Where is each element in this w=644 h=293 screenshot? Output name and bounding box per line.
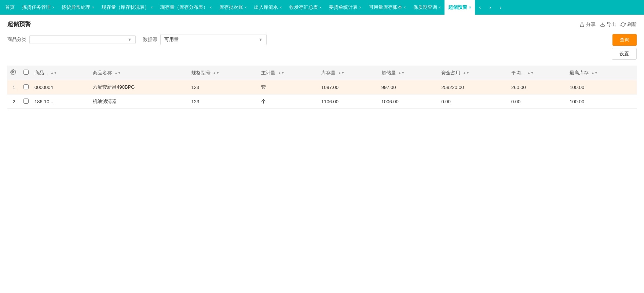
sort-icon: ▲▼ bbox=[527, 71, 534, 75]
nav-home[interactable]: 首页 bbox=[1, 0, 18, 15]
nav-close-icon[interactable]: × bbox=[359, 5, 361, 10]
nav-item-kucunpicizh[interactable]: 库存批次账 × bbox=[216, 0, 250, 15]
set-button[interactable]: 设置 bbox=[612, 48, 637, 60]
col-avg[interactable]: 平均... ▲▼ bbox=[508, 66, 567, 80]
row-capital: 259220.00 bbox=[438, 80, 508, 94]
row-spec: 123 bbox=[189, 80, 259, 94]
gear-icon bbox=[10, 69, 16, 75]
row-checkbox-cell[interactable] bbox=[21, 80, 32, 94]
col-max-stock[interactable]: 最高库存 ▲▼ bbox=[567, 66, 637, 80]
table-settings-header[interactable] bbox=[7, 66, 21, 80]
row-max-stock: 100.00 bbox=[567, 80, 637, 94]
nav-close-icon[interactable]: × bbox=[92, 5, 94, 10]
datasource-dropdown-icon: ▼ bbox=[259, 37, 263, 42]
row-number: 2 bbox=[7, 94, 21, 109]
share-icon bbox=[579, 22, 585, 27]
table-select-all-header[interactable] bbox=[21, 66, 32, 80]
col-unit[interactable]: 主计量 ▲▼ bbox=[258, 66, 318, 80]
header-actions: 分享 导出 刷新 bbox=[579, 21, 637, 28]
sort-icon: ▲▼ bbox=[50, 71, 57, 75]
svg-point-0 bbox=[12, 71, 14, 73]
refresh-button[interactable]: 刷新 bbox=[621, 21, 637, 28]
nav-close-icon[interactable]: × bbox=[209, 5, 212, 10]
row-max-stock: 100.00 bbox=[567, 94, 637, 109]
table-header-row: 商品... ▲▼ 商品名称 ▲▼ 规格型号 ▲▼ 主计量 ▲▼ 库存量 ▲▼ bbox=[7, 66, 637, 80]
sort-icon: ▲▼ bbox=[463, 71, 469, 75]
category-label: 商品分类 bbox=[7, 36, 26, 43]
col-goods-code[interactable]: 商品... ▲▼ bbox=[32, 66, 90, 80]
nav-close-icon[interactable]: × bbox=[469, 5, 471, 10]
export-icon bbox=[600, 22, 605, 27]
sort-icon: ▲▼ bbox=[398, 71, 405, 75]
col-over-stock[interactable]: 超储量 ▲▼ bbox=[378, 66, 439, 80]
datasource-select-value: 可用量 bbox=[164, 36, 259, 43]
top-navigation: 首页 拣货任务管理 × 拣货异常处理 × 现存量（库存状况表） × 现存量（库存… bbox=[0, 0, 644, 15]
sort-icon: ▲▼ bbox=[278, 71, 285, 75]
col-stock[interactable]: 库存量 ▲▼ bbox=[318, 66, 378, 80]
nav-item-keyongliang[interactable]: 可用量库存账本 × bbox=[365, 0, 410, 15]
sort-icon: ▲▼ bbox=[591, 71, 598, 75]
row-stock: 1097.00 bbox=[318, 80, 378, 94]
select-all-checkbox[interactable] bbox=[23, 70, 29, 75]
row-unit: 个 bbox=[258, 94, 318, 109]
nav-close-icon[interactable]: × bbox=[319, 5, 322, 10]
category-select[interactable]: ▼ bbox=[29, 35, 136, 44]
page-content: 超储预警 分享 导出 刷新 商品分类 ▼ bbox=[0, 15, 644, 293]
nav-item-churukuliushui[interactable]: 出入库流水 × bbox=[250, 0, 285, 15]
nav-item-jianhuoyichangchuli[interactable]: 拣货异常处理 × bbox=[58, 0, 98, 15]
row-over-stock: 1006.00 bbox=[378, 94, 439, 109]
sort-icon: ▲▼ bbox=[338, 71, 345, 75]
share-button[interactable]: 分享 bbox=[579, 21, 596, 28]
nav-close-icon[interactable]: × bbox=[151, 5, 153, 10]
nav-close-icon[interactable]: × bbox=[245, 5, 247, 10]
export-button[interactable]: 导出 bbox=[600, 21, 616, 28]
datasource-select[interactable]: 可用量 ▼ bbox=[160, 34, 267, 45]
page-title: 超储预警 bbox=[7, 21, 31, 28]
row-goods-code: 0000004 bbox=[32, 80, 90, 94]
nav-close-icon[interactable]: × bbox=[404, 5, 406, 10]
col-capital[interactable]: 资金占用 ▲▼ bbox=[438, 66, 508, 80]
datasource-filter-group: 数据源 可用量 ▼ bbox=[143, 34, 267, 45]
page-header: 超储预警 分享 导出 刷新 bbox=[7, 21, 637, 28]
data-table: 商品... ▲▼ 商品名称 ▲▼ 规格型号 ▲▼ 主计量 ▲▼ 库存量 ▲▼ bbox=[7, 66, 637, 109]
nav-item-xiancunliang1[interactable]: 现存量（库存状况表） × bbox=[98, 0, 157, 15]
nav-close-icon[interactable]: × bbox=[52, 5, 54, 10]
refresh-icon bbox=[621, 22, 626, 27]
datasource-label: 数据源 bbox=[143, 36, 157, 43]
table-row: 2 186-10... 机油滤清器 123 个 1106.00 1006.00 … bbox=[7, 94, 637, 109]
filter-actions: 查询 设置 bbox=[612, 34, 637, 60]
row-unit: 套 bbox=[258, 80, 318, 94]
nav-item-shoufacunhuizong[interactable]: 收发存汇总表 × bbox=[286, 0, 325, 15]
row-avg: 0.00 bbox=[508, 94, 567, 109]
nav-item-xiancunliang2[interactable]: 现存量（库存分布表） × bbox=[157, 0, 215, 15]
row-checkbox[interactable] bbox=[23, 99, 29, 104]
category-dropdown-icon: ▼ bbox=[128, 37, 132, 42]
nav-close-icon[interactable]: × bbox=[439, 5, 441, 10]
row-stock: 1106.00 bbox=[318, 94, 378, 109]
row-number: 1 bbox=[7, 80, 21, 94]
nav-more-arrow[interactable]: › bbox=[495, 0, 506, 15]
nav-item-baozhi[interactable]: 保质期查询 × bbox=[410, 0, 444, 15]
row-goods-name: 机油滤清器 bbox=[90, 94, 188, 109]
nav-item-chaochuyujing[interactable]: 超储预警 × bbox=[444, 0, 475, 15]
table-row: 1 0000004 六配套新昌490BPG 123 套 1097.00 997.… bbox=[7, 80, 637, 94]
row-over-stock: 997.00 bbox=[378, 80, 439, 94]
row-goods-code: 186-10... bbox=[32, 94, 90, 109]
col-spec[interactable]: 规格型号 ▲▼ bbox=[189, 66, 259, 80]
row-spec: 123 bbox=[189, 94, 259, 109]
nav-next-arrow[interactable]: › bbox=[485, 0, 495, 15]
category-filter-group: 商品分类 ▼ bbox=[7, 35, 136, 44]
row-avg: 260.00 bbox=[508, 80, 567, 94]
col-goods-name[interactable]: 商品名称 ▲▼ bbox=[90, 66, 188, 80]
nav-close-icon[interactable]: × bbox=[279, 5, 282, 10]
row-capital: 0.00 bbox=[438, 94, 508, 109]
sort-icon: ▲▼ bbox=[213, 71, 219, 75]
nav-item-jianhuorenwuguanli[interactable]: 拣货任务管理 × bbox=[18, 0, 58, 15]
sort-icon: ▲▼ bbox=[114, 71, 121, 75]
row-checkbox[interactable] bbox=[23, 84, 29, 89]
row-goods-name: 六配套新昌490BPG bbox=[90, 80, 188, 94]
query-button[interactable]: 查询 bbox=[612, 34, 637, 46]
row-checkbox-cell[interactable] bbox=[21, 94, 32, 109]
nav-item-yaohuodantongjibiao[interactable]: 要货单统计表 × bbox=[325, 0, 365, 15]
nav-prev-arrow[interactable]: ‹ bbox=[475, 0, 485, 15]
